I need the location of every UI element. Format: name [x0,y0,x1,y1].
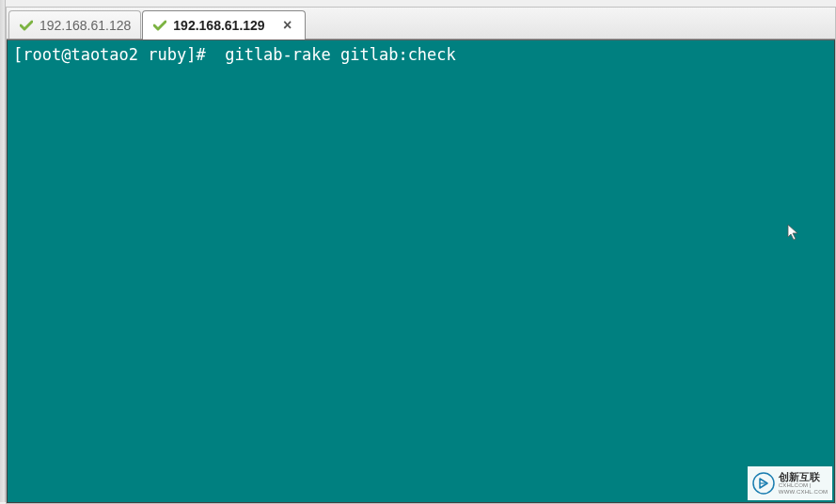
close-icon[interactable]: × [280,18,295,33]
check-icon [19,18,34,33]
tab-inactive[interactable]: 192.168.61.128 [8,10,141,39]
mouse-cursor-icon [787,224,800,246]
terminal-area[interactable]: [root@taotao2 ruby]# gitlab-rake gitlab:… [7,39,835,503]
terminal-window: 192.168.61.128 192.168.61.129 × [root@ta… [6,7,836,504]
terminal-prompt: [root@taotao2 ruby]# [13,45,215,64]
terminal-line: [root@taotao2 ruby]# gitlab-rake gitlab:… [13,44,828,66]
tab-active[interactable]: 192.168.61.129 × [142,10,305,39]
watermark-cn: 创新互联 [779,471,828,482]
terminal-command: gitlab-rake gitlab:check [215,45,456,64]
tab-bar: 192.168.61.128 192.168.61.129 × [7,8,835,39]
watermark-logo-icon [752,472,775,495]
watermark-text: 创新互联 CXHLCOM | WWW.CXHL.COM [779,471,828,495]
watermark: 创新互联 CXHLCOM | WWW.CXHL.COM [748,466,832,500]
watermark-en: CXHLCOM | WWW.CXHL.COM [779,482,828,495]
tab-label: 192.168.61.129 [173,18,264,33]
tab-label: 192.168.61.128 [39,18,131,33]
check-icon [152,18,167,33]
